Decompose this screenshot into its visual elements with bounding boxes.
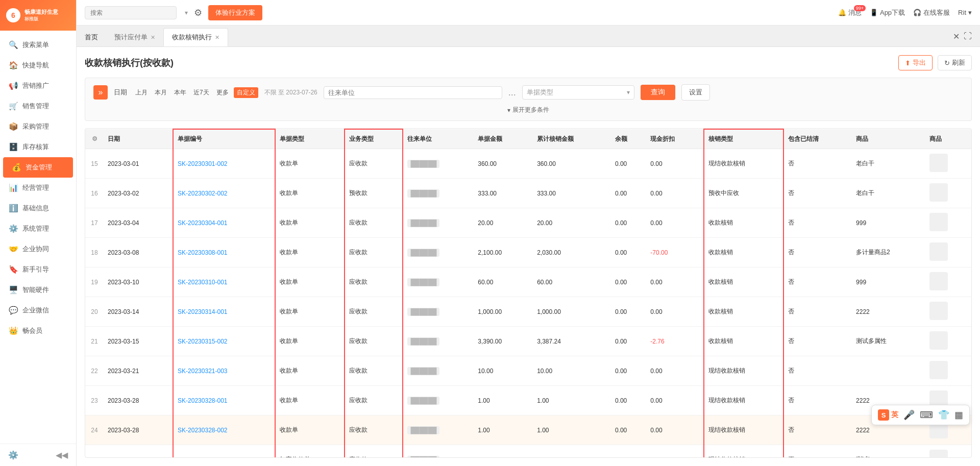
message-item[interactable]: 🔔 消息 99+ (838, 8, 862, 17)
app-download-item[interactable]: 📱 App下载 (870, 8, 905, 17)
row-cash-discount: 0.00 (646, 297, 704, 327)
row-num: 22 (85, 356, 104, 386)
bill-no-link[interactable]: SK-20230302-002 (178, 190, 227, 197)
row-product: 2222 (852, 297, 925, 327)
col-product: 商品 (852, 129, 925, 149)
sidebar-item-marketing[interactable]: 📢 营销推广 (0, 76, 76, 96)
bill-no-link[interactable]: SK-20230310-001 (178, 279, 227, 286)
settings-icon[interactable]: ⚙ (194, 7, 202, 18)
table-row: 17 2023-03-04 SK-20230304-001 收款单 应收款 ██… (85, 208, 971, 238)
sidebar-item-finance[interactable]: 💰 资金管理 (3, 157, 73, 178)
row-amount: 3,390.00 (474, 327, 533, 356)
more-conditions-icon[interactable]: ... (508, 87, 516, 98)
date-this-month[interactable]: 本月 (153, 87, 169, 98)
row-amount: 1.00 (474, 386, 533, 415)
online-service-item[interactable]: 🎧 在线客服 (913, 8, 950, 17)
filter-toggle-button[interactable]: » (93, 85, 108, 100)
table-row: 19 2023-03-10 SK-20230310-001 收款单 应收款 ██… (85, 267, 971, 297)
float-shirt-icon[interactable]: 👕 (938, 409, 949, 421)
search-input[interactable] (85, 6, 177, 19)
tab-collection-close-icon[interactable]: ✕ (215, 34, 219, 41)
sidebar-item-guide[interactable]: 🔖 新手引导 (0, 259, 76, 280)
row-bill-type: 收款单 (275, 415, 344, 445)
expand-more-button[interactable]: ▾ 展开更多条件 (507, 106, 549, 114)
bill-no-link[interactable]: SK-20230314-001 (178, 308, 227, 315)
sidebar-item-search[interactable]: 🔍 搜索菜单 (0, 35, 76, 55)
sidebar-item-device[interactable]: 🖥️ 智能硬件 (0, 280, 76, 300)
date-this-year[interactable]: 本年 (172, 87, 188, 98)
sidebar-item-inventory[interactable]: 🗄️ 库存核算 (0, 137, 76, 157)
marketing-icon: 📢 (8, 81, 18, 91)
row-balance: 0.00 (611, 297, 646, 327)
export-button[interactable]: ⬆ 导出 (898, 55, 933, 70)
row-bill-no: SK-20230301-002 (173, 149, 275, 179)
table-header-row: ⚙ 日期 单据编号 单据类型 业务类型 往来单位 单据金额 累计核销金额 余额 … (85, 129, 971, 149)
date-custom[interactable]: 自定义 (234, 87, 258, 98)
sidebar-item-label: 资金管理 (26, 163, 52, 172)
row-writeoff-type: 现结收款核销 (704, 415, 783, 445)
date-last-7days[interactable]: 近7天 (191, 87, 211, 98)
sidebar-item-label: 销售管理 (22, 102, 49, 111)
sidebar-item-purchase[interactable]: 📦 采购管理 (0, 116, 76, 137)
settings-bottom-icon[interactable]: ⚙️ (8, 450, 18, 460)
col-included: 包含已结清 (783, 129, 852, 149)
bill-no-link[interactable]: SK-20230321-003 (178, 367, 227, 375)
tab-home[interactable]: 首页 (77, 28, 106, 46)
col-writeoff-type: 核销类型 (704, 129, 783, 149)
sidebar-nav: 🔍 搜索菜单 🏠 快捷导航 📢 营销推广 🛒 销售管理 📦 采购管理 🗄️ 库存… (0, 31, 76, 444)
filter-settings-button[interactable]: 设置 (681, 84, 710, 101)
tab-payable-close-icon[interactable]: ✕ (151, 34, 155, 41)
tab-expand-icon[interactable]: ⛶ (964, 31, 972, 41)
sidebar-logo: 6 畅康道好生意 标推版 (0, 0, 76, 31)
row-biz-type: 应收款 (345, 297, 403, 327)
sidebar-item-coop[interactable]: 🤝 企业协同 (0, 239, 76, 259)
row-balance: 0.00 (611, 267, 646, 297)
user-item[interactable]: Rit ▾ (958, 9, 972, 16)
row-bill-type: 收款单 (275, 208, 344, 238)
float-mic-icon[interactable]: 🎤 (903, 409, 915, 421)
sidebar-item-sales[interactable]: 🛒 销售管理 (0, 96, 76, 116)
date-more[interactable]: 更多 (214, 87, 231, 98)
home-icon: 🏠 (8, 60, 18, 70)
sidebar-item-operations[interactable]: 📊 经营管理 (0, 178, 76, 198)
sidebar-item-base[interactable]: ℹ️ 基础信息 (0, 198, 76, 218)
tab-close-icon[interactable]: ✕ (953, 31, 960, 41)
row-included: 否 (783, 356, 852, 386)
row-bill-no: SK-20230302-002 (173, 179, 275, 208)
sidebar-item-wechat[interactable]: 💬 企业微信 (0, 300, 76, 321)
float-keyboard-icon[interactable]: ⌨ (920, 409, 933, 421)
collapse-icon[interactable]: ◀◀ (56, 450, 68, 460)
row-biz-type: 应收款 (345, 445, 403, 458)
row-product: 老白干 (852, 179, 925, 208)
partner-input[interactable] (328, 89, 498, 96)
row-product2 (925, 267, 971, 297)
bill-no-link[interactable]: SK-20230315-002 (178, 338, 227, 345)
bill-no-link[interactable]: SK-20230328-002 (178, 427, 227, 434)
wechat-icon: 💬 (8, 305, 18, 315)
bill-type-select[interactable]: 单据类型 ▾ (522, 85, 634, 100)
float-grid-icon[interactable]: ▦ (954, 409, 963, 421)
solution-button[interactable]: 体验行业方案 (208, 5, 262, 20)
refresh-button[interactable]: ↻ 刷新 (938, 55, 972, 70)
row-num: 25 (85, 445, 104, 458)
sidebar-item-label: 采购管理 (22, 122, 49, 131)
sidebar-item-system[interactable]: ⚙️ 系统管理 (0, 218, 76, 239)
date-last-month[interactable]: 上月 (133, 87, 150, 98)
bill-no-link[interactable]: SK-20230308-001 (178, 249, 227, 256)
row-cash-discount: 0.00 (646, 356, 704, 386)
row-num: 20 (85, 297, 104, 327)
sidebar-item-quick[interactable]: 🏠 快捷导航 (0, 55, 76, 76)
tab-collection[interactable]: 收款核销执行 ✕ (163, 28, 228, 46)
bill-no-link[interactable]: SK-20230304-001 (178, 219, 227, 227)
col-settings[interactable]: ⚙ (85, 129, 104, 149)
row-product: 测试jun (852, 445, 925, 458)
bill-no-link[interactable]: SK-20230301-002 (178, 160, 227, 167)
row-product: 测试多属性 (852, 327, 925, 356)
query-button[interactable]: 查询 (641, 85, 675, 100)
bill-no-link[interactable]: SK-20230328-001 (178, 397, 227, 404)
bill-no-link[interactable]: SK-20230331-002 (178, 456, 227, 458)
row-product2 (925, 445, 971, 458)
tab-payable[interactable]: 预计应付单 ✕ (106, 28, 163, 46)
sidebar-item-member[interactable]: 👑 畅会员 (0, 321, 76, 341)
row-bill-no: SK-20230328-002 (173, 415, 275, 445)
